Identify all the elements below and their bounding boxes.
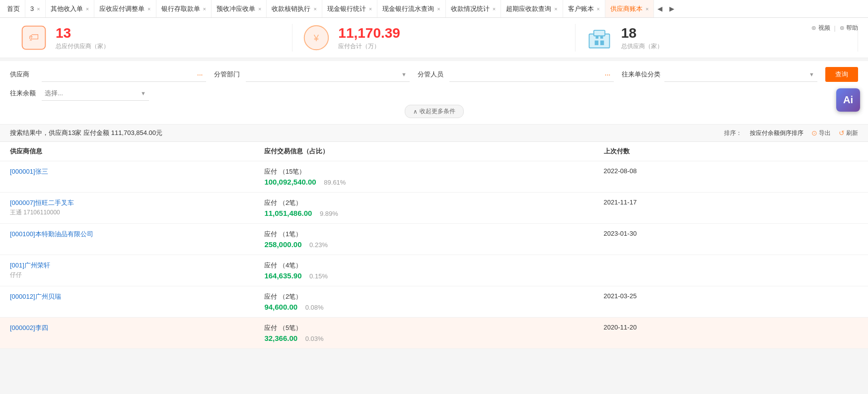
stat-icon-2: ¥	[302, 24, 330, 52]
supplier-name-3: [000100]本特勤油品有限公司	[10, 230, 264, 239]
nav-item-overdue-ar[interactable]: 超期应收款查询 ×	[501, 0, 563, 18]
close-icon[interactable]: ×	[646, 6, 649, 12]
col-header-extra	[773, 147, 858, 156]
help-icon: ⊙	[840, 24, 845, 31]
refresh-icon: ↺	[839, 129, 845, 137]
nav-item-customer-ledger[interactable]: 客户账本 ×	[563, 0, 605, 18]
help-link[interactable]: ⊙ 帮助	[840, 24, 858, 32]
table-row: [000007]恒旺二手叉车 王通 17106110000 应付 （2笔） 11…	[0, 193, 868, 224]
supplier-info-6: [000002]李四	[10, 324, 264, 332]
lastpay-date-2: 2021-11-17	[604, 198, 637, 206]
person-input[interactable]	[452, 70, 605, 78]
total-suppliers-label: 总供应商（家）	[621, 42, 663, 51]
export-label: 导出	[819, 129, 831, 137]
table-row: [001]广州荣轩 仔仔 应付 （4笔） 164,635.90 0.15%	[0, 255, 868, 286]
sort-value[interactable]: 按应付余额倒序排序	[750, 129, 803, 137]
nav-item-cash-bank-stat[interactable]: 现金银行统计 ×	[322, 0, 377, 18]
nav-supplier-label: 供应商账本	[610, 4, 643, 13]
transaction-info-1: 应付 （15笔） 100,092,540.00 89.61%	[264, 167, 603, 186]
supplier-link-3[interactable]: [000100]本特勤油品有限公司	[10, 230, 93, 238]
refresh-button[interactable]: ↺ 刷新	[839, 129, 858, 137]
category-dropdown-icon[interactable]: ▼	[809, 71, 814, 77]
supplier-link-5[interactable]: [000012]广州贝瑞	[10, 293, 61, 300]
collapse-label: 收起更多条件	[420, 107, 455, 116]
close-icon[interactable]: ×	[203, 6, 206, 12]
nav-ar-ap-label: 应收应付调整单	[99, 4, 145, 13]
supplier-link-4[interactable]: [001]广州荣轩	[10, 262, 50, 269]
dept-filter-label: 分管部门	[214, 70, 242, 79]
lastpay-1: 2022-08-08	[604, 167, 774, 175]
supplier-input[interactable]	[45, 70, 197, 78]
filter-category: 往来单位分类 ▼	[622, 67, 818, 82]
category-input-wrapper: ▼	[664, 67, 818, 82]
dept-dropdown-icon[interactable]: ▼	[401, 71, 407, 77]
nav-item-ar-ap-adjust[interactable]: 应收应付调整单 ×	[94, 0, 156, 18]
close-icon[interactable]: ×	[86, 6, 89, 12]
trans-pct-6: 0.03%	[305, 335, 324, 342]
trans-count-6: （5笔）	[279, 324, 302, 331]
close-icon[interactable]: ×	[37, 6, 40, 12]
close-icon[interactable]: ×	[554, 6, 557, 12]
nav-item-home[interactable]: 首页	[2, 0, 25, 18]
total-suppliers-value: 18	[621, 25, 663, 42]
nav-item-advance-ar[interactable]: 预收冲应收单 ×	[212, 0, 267, 18]
filter-person: 分管人员 ···	[418, 67, 614, 82]
nav-item-receipt-verify[interactable]: 收款核销执行 ×	[267, 0, 322, 18]
top-navigation: 首页 3 × 其他收入单 × 应收应付调整单 × 银行存取款单 × 预收冲应收单…	[0, 0, 868, 18]
nav-item-supplier-ledger[interactable]: 供应商账本 ×	[605, 0, 654, 18]
trans-type-2: 应付 （2笔）	[264, 198, 603, 207]
transaction-info-4: 应付 （4笔） 164,635.90 0.15%	[264, 261, 603, 280]
balance-dropdown-icon[interactable]: ▼	[141, 90, 146, 96]
trans-type-4: 应付 （4笔）	[264, 261, 603, 270]
supplier-link-2[interactable]: [000007]恒旺二手叉车	[10, 199, 74, 206]
supplier-name-5: [000012]广州贝瑞	[10, 292, 264, 301]
supplier-dots-icon[interactable]: ···	[197, 70, 203, 78]
supplier-info-4: [001]广州荣轩 仔仔	[10, 261, 264, 279]
nav-customer-label: 客户账本	[568, 4, 594, 13]
nav-item-other-income[interactable]: 其他收入单 ×	[46, 0, 94, 18]
category-input[interactable]	[667, 70, 809, 78]
collapse-button[interactable]: ∧ 收起更多条件	[405, 105, 464, 118]
nav-item-bank-deposit[interactable]: 银行存取款单 ×	[156, 0, 212, 18]
balance-input[interactable]	[45, 89, 141, 97]
trans-pct-2: 9.89%	[320, 210, 338, 217]
person-dots-icon[interactable]: ···	[605, 70, 611, 78]
trans-amount-1: 100,092,540.00	[264, 178, 316, 186]
export-button[interactable]: ⊙ 导出	[811, 129, 831, 137]
nav-item-receipt-stat[interactable]: 收款情况统计 ×	[446, 0, 501, 18]
nav-item-cash-bank-flow[interactable]: 现金银行流水查询 ×	[377, 0, 445, 18]
lastpay-date-6: 2020-11-20	[604, 324, 637, 331]
ai-assistant-button[interactable]: Ai	[836, 88, 860, 112]
trans-count-3: （1笔）	[279, 230, 302, 238]
close-icon[interactable]: ×	[258, 6, 261, 12]
export-icon: ⊙	[811, 129, 817, 137]
dept-input[interactable]	[249, 70, 402, 78]
svg-rect-6	[594, 41, 598, 45]
supplier-link-1[interactable]: [000001]张三	[10, 168, 48, 175]
nav-next-arrow[interactable]: ▶	[666, 0, 678, 18]
supplier-link-6[interactable]: [000002]李四	[10, 324, 48, 331]
svg-rect-8	[595, 36, 598, 39]
trans-count-1: （15笔）	[279, 168, 305, 175]
transaction-info-2: 应付 （2笔） 11,051,486.00 9.89%	[264, 198, 603, 217]
close-icon[interactable]: ×	[493, 6, 496, 12]
collapse-icon: ∧	[413, 108, 418, 115]
close-icon[interactable]: ×	[597, 6, 600, 12]
close-icon[interactable]: ×	[437, 6, 440, 12]
video-link[interactable]: ⊙ 视频	[811, 24, 830, 32]
close-icon[interactable]: ×	[369, 6, 372, 12]
nav-prev-arrow[interactable]: ◀	[654, 0, 666, 18]
query-button[interactable]: 查询	[825, 67, 858, 82]
svg-rect-9	[600, 36, 603, 39]
supplier-name-6: [000002]李四	[10, 324, 264, 332]
nav-overdue-label: 超期应收款查询	[506, 4, 551, 13]
col-header-lastpay: 上次付数	[604, 147, 774, 156]
nav-item-tab3[interactable]: 3 ×	[25, 0, 46, 18]
svg-text:🏷: 🏷	[29, 31, 39, 43]
trans-type-5: 应付 （2笔）	[264, 292, 603, 301]
close-icon[interactable]: ×	[313, 6, 316, 12]
close-icon[interactable]: ×	[147, 6, 150, 12]
trans-amount-row-3: 258,000.00 0.23%	[264, 240, 603, 249]
svg-rect-7	[600, 41, 604, 45]
transaction-info-6: 应付 （5笔） 32,366.00 0.03%	[264, 324, 603, 342]
